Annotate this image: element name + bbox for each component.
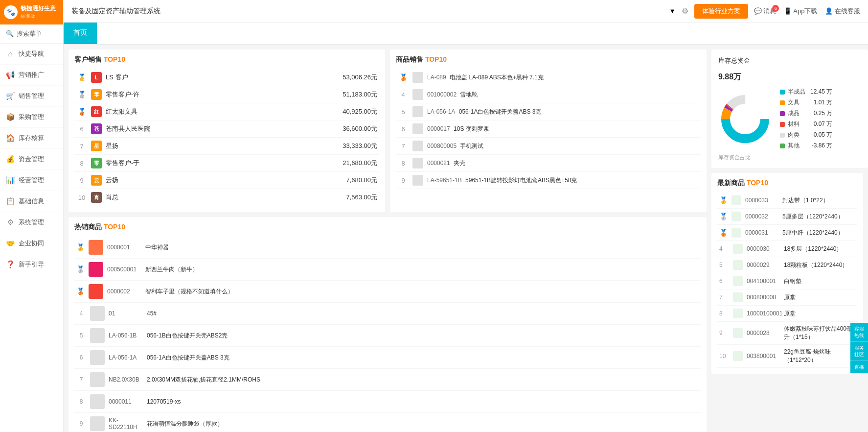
list-item: 9 0000028 体嫩荔枝味苏打饮品400毫升（1*15） (717, 322, 857, 345)
list-item: 8 10000100001 原堂 (717, 306, 857, 322)
product-thumb (733, 328, 743, 338)
inventory-total: 9.88万 (718, 67, 861, 83)
inventory-panel: 库存总资金 9.88万 (711, 49, 868, 168)
hot-products-title: 热销商品 TOP10 (74, 223, 701, 232)
enterprise-icon: 🤝 (6, 239, 15, 248)
app-download[interactable]: 📱 App下载 (784, 7, 817, 16)
topbar-dropdown[interactable]: ▼ (669, 7, 676, 15)
list-item: 🥇 0000033 封边带（1.0*22） (717, 192, 857, 209)
hot-products-list: 🥇 0000001 中华神器 🥈 000500001 新西兰牛肉（新牛） 🥉 (74, 237, 701, 432)
tab-home[interactable]: 首页 (64, 23, 97, 44)
table-row: 9 云 云扬 7,680.00元 (74, 172, 379, 189)
list-item: 🥉 0000002 智利车子里（规格不知道填什么） (74, 281, 701, 303)
sidebar: 🐾 畅捷通好生意 标准版 🔍 搜索菜单 ⌂ 快捷导航 📢 营销推广 🛒 销售管理… (0, 0, 64, 432)
sidebar-item-finance[interactable]: 💰 资金管理 (0, 149, 63, 170)
legend-item: 其他 -3.86 万 (780, 142, 832, 150)
product-image (90, 306, 105, 321)
service-icon: 👤 (825, 7, 833, 15)
sidebar-item-basic[interactable]: 📋 基础信息 (0, 191, 63, 212)
product-thumb (412, 72, 423, 83)
system-icon: ⚙ (6, 218, 15, 227)
newbie-icon: ❓ (6, 260, 15, 269)
sidebar-item-inventory[interactable]: 🏠 库存核算 (0, 128, 63, 149)
table-row: 5 LA-056-1A 056-1A白色按键开关盖ABS 3克 (396, 103, 701, 120)
list-item: 4 0000030 18多层（1220*2440） (717, 241, 857, 257)
newest-products-title: 最新商品 TOP10 (717, 179, 857, 188)
table-row: 7 星 星扬 33,333.00元 (74, 138, 379, 155)
sidebar-item-operation[interactable]: 📊 经营管理 (0, 170, 63, 191)
sidebar-item-enterprise[interactable]: 🤝 企业协同 (0, 233, 63, 254)
list-item: 6 004100001 白钢垫 (717, 273, 857, 289)
avatar: 苍 (91, 123, 102, 134)
sidebar-search[interactable]: 🔍 搜索菜单 (0, 24, 63, 44)
content-main: 客户销售 TOP10 🥇 L LS 客户 53,006.26元 🥈 零 (64, 45, 711, 432)
product-thumb (733, 244, 743, 254)
avatar: 零 (91, 158, 102, 168)
product-thumb (733, 309, 743, 318)
product-image (90, 372, 105, 387)
medal-icon: 🥉 (398, 72, 409, 83)
sidebar-item-quick-nav[interactable]: ⌂ 快捷导航 (0, 44, 63, 65)
inventory-legend: 半成品 12.45 万 文具 1.01 万 成品 0.25 万 (780, 88, 832, 150)
product-thumb (412, 106, 423, 117)
sidebar-item-marketing[interactable]: 📢 营销推广 (0, 65, 63, 86)
table-row: 7 000800005 手机测试 (396, 138, 701, 155)
sidebar-item-system[interactable]: ⚙ 系统管理 (0, 212, 63, 233)
float-service: 客服热线 服务社区 直播 (850, 323, 868, 373)
sidebar-item-purchase[interactable]: 📦 采购管理 (0, 107, 63, 128)
table-row: 6 0000017 10S 变刺罗浆 (396, 120, 701, 138)
medal-icon: 🥉 (76, 288, 85, 295)
list-item: 🥇 0000001 中华神器 (74, 237, 701, 259)
product-thumb (412, 175, 423, 186)
finance-icon: 💰 (6, 155, 15, 164)
product-image (90, 416, 105, 431)
marketing-icon: 📢 (6, 71, 15, 79)
quick-nav-icon: ⌂ (6, 49, 15, 58)
product-ranking-panel: 商品销售 TOP10 🥉 LA-089 电池盖 LA-089 ABS本色+黑种 … (390, 49, 707, 212)
inventory-label: 库存资金占比 (718, 154, 861, 161)
table-row: 8 零 零售客户-于 21,680.00元 (74, 155, 379, 172)
customer-ranking-title: 客户销售 TOP10 (74, 55, 379, 64)
medal-icon: 🥉 (719, 229, 728, 237)
service-community-button[interactable]: 服务社区 (850, 342, 868, 361)
table-row: 6 苍 苍南县人民医院 36,600.00元 (74, 120, 379, 138)
sidebar-item-sales[interactable]: 🛒 销售管理 (0, 86, 63, 107)
product-thumb (731, 212, 741, 221)
list-item: 8 0000011 12070519-xs (74, 391, 701, 413)
message-icon: 💬 (754, 7, 762, 15)
legend-item: 文具 1.01 万 (780, 98, 832, 107)
inventory-title: 库存总资金 (718, 56, 861, 65)
sales-icon: 🛒 (6, 92, 15, 100)
legend-color (780, 144, 785, 148)
settings-icon[interactable]: ⚙ (682, 6, 688, 16)
legend-color (780, 100, 785, 105)
sidebar-item-newbie[interactable]: ❓ 新手引导 (0, 254, 63, 275)
customer-ranking-table: 🥇 L LS 客户 53,006.26元 🥈 零 零售客户-许 51,183.0… (74, 69, 379, 206)
topbar-right: 💬 6 消息 📱 App下载 👤 在线客服 (754, 7, 860, 16)
list-item: 9 KK-SD22110H 花语萌恒温分腿睡袋（厚款） (74, 413, 701, 432)
table-row: 10 肖 肖总 7,563.00元 (74, 189, 379, 206)
medal-icon: 🥇 (76, 72, 87, 83)
product-image (90, 394, 105, 409)
medal-icon: 🥇 (719, 196, 728, 204)
list-item: 4 01 45# (74, 303, 701, 325)
customer-hotline-button[interactable]: 客服热线 (850, 323, 868, 342)
product-thumb (733, 260, 743, 270)
product-thumb (412, 89, 423, 100)
list-item: 🥈 000500001 新西兰牛肉（新牛） (74, 259, 701, 281)
mobile-icon: 📱 (784, 7, 792, 15)
table-row: 9 LA-59651-1B 59651-1B旋转投影灯电池盒ABS黑色+58克 (396, 172, 701, 189)
trial-button[interactable]: 体验行业方案 (694, 4, 748, 19)
avatar: 云 (91, 175, 102, 186)
live-button[interactable]: 直播 (850, 361, 868, 373)
legend-item: 半成品 12.45 万 (780, 88, 832, 96)
list-item: 5 0000029 18颗粒板（1220*2440） (717, 257, 857, 273)
product-image (90, 350, 105, 365)
medal-icon: 🥈 (719, 213, 728, 220)
product-thumb (733, 276, 743, 286)
customer-ranking-panel: 客户销售 TOP10 🥇 L LS 客户 53,006.26元 🥈 零 (69, 49, 385, 212)
product-thumb (412, 141, 423, 151)
online-service[interactable]: 👤 在线客服 (825, 7, 860, 16)
message-badge[interactable]: 💬 6 消息 (754, 7, 777, 16)
avatar: 星 (91, 141, 102, 151)
